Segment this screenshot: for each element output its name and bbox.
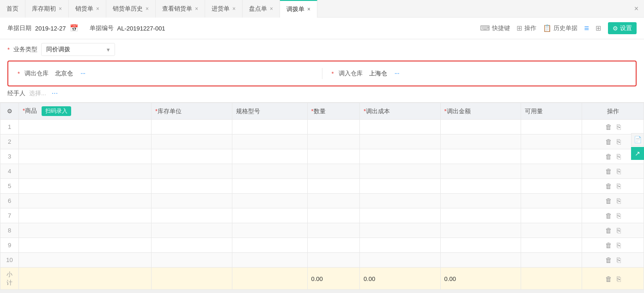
cell-spec[interactable] (232, 164, 307, 179)
delete-row-icon[interactable]: 🗑 (605, 167, 612, 175)
calendar-icon[interactable]: 📅 (70, 24, 79, 32)
cell-cost[interactable] (359, 238, 440, 253)
cell-cost[interactable] (359, 194, 440, 208)
cell-qty[interactable] (307, 164, 359, 179)
cell-amount[interactable] (440, 134, 521, 149)
cell-amount[interactable] (440, 164, 521, 179)
copy-row-icon[interactable]: ⎘ (617, 123, 621, 131)
cell-amount[interactable] (440, 194, 521, 208)
cell-cost[interactable] (359, 134, 440, 149)
tab-purchase-close[interactable]: × (232, 6, 236, 12)
side-expand-button[interactable]: ↗ (631, 147, 644, 160)
cell-cost[interactable] (359, 149, 440, 164)
business-type-select[interactable]: 同价调拨 ▾ (41, 43, 115, 56)
copy-row-icon[interactable]: ⎘ (617, 226, 621, 234)
cell-amount[interactable] (440, 208, 521, 223)
copy-row-icon[interactable]: ⎘ (617, 182, 621, 190)
cell-cost[interactable] (359, 179, 440, 194)
cell-cost[interactable] (359, 223, 440, 238)
bottom-scrollbar[interactable] (0, 289, 644, 293)
cell-spec[interactable] (232, 238, 307, 253)
cell-spec[interactable] (232, 120, 307, 134)
cell-qty[interactable] (307, 134, 359, 149)
cell-amount[interactable] (440, 179, 521, 194)
delete-icon[interactable]: 🗑 (605, 275, 612, 283)
cell-product[interactable] (19, 179, 152, 194)
setting-button[interactable]: ⚙ 设置 (608, 22, 637, 34)
tab-sales-history-close[interactable]: × (146, 6, 149, 12)
cell-spec[interactable] (232, 149, 307, 164)
cell-unit[interactable] (152, 134, 232, 149)
side-doc-button[interactable]: 📄 (631, 133, 644, 146)
cell-product[interactable] (19, 194, 152, 208)
cell-available[interactable] (521, 238, 582, 253)
delete-row-icon[interactable]: 🗑 (605, 123, 612, 131)
cell-available[interactable] (521, 179, 582, 194)
cell-available[interactable] (521, 134, 582, 149)
cell-product[interactable] (19, 164, 152, 179)
cell-product[interactable] (19, 238, 152, 253)
warehouse-out-more-button[interactable]: ··· (80, 69, 85, 78)
delete-row-icon[interactable]: 🗑 (605, 138, 612, 146)
copy-row-icon[interactable]: ⎘ (617, 197, 621, 205)
cell-qty[interactable] (307, 149, 359, 164)
cell-unit[interactable] (152, 238, 232, 253)
cell-unit[interactable] (152, 149, 232, 164)
cell-amount[interactable] (440, 223, 521, 238)
cell-unit[interactable] (152, 208, 232, 223)
tab-view-sales[interactable]: 查看销货单 × (156, 0, 205, 18)
cell-amount[interactable] (440, 238, 521, 253)
cell-available[interactable] (521, 149, 582, 164)
cell-cost[interactable] (359, 208, 440, 223)
cell-spec[interactable] (232, 223, 307, 238)
tab-close-all-button[interactable]: × (629, 5, 644, 13)
cell-spec[interactable] (232, 208, 307, 223)
delete-row-icon[interactable]: 🗑 (605, 197, 612, 205)
warehouse-in-more-button[interactable]: ··· (395, 69, 399, 78)
scan-entry-button[interactable]: 扫码录入 (42, 106, 71, 116)
copy-row-icon[interactable]: ⎘ (617, 212, 621, 220)
cell-amount[interactable] (440, 149, 521, 164)
copy-row-icon[interactable]: ⎘ (617, 167, 621, 175)
delete-row-icon[interactable]: 🗑 (605, 153, 612, 160)
cell-available[interactable] (521, 253, 582, 268)
cell-product[interactable] (19, 120, 152, 134)
cell-qty[interactable] (307, 253, 359, 268)
tab-sales-order[interactable]: 销货单 × (69, 0, 106, 18)
layout2-icon[interactable]: ⊞ (595, 24, 601, 32)
tab-stocktake[interactable]: 盘点单 × (243, 0, 280, 18)
copy-row-icon[interactable]: ⎘ (617, 138, 621, 146)
cell-available[interactable] (521, 194, 582, 208)
operate-action[interactable]: ⊞ 操作 (516, 24, 536, 32)
cell-qty[interactable] (307, 238, 359, 253)
cell-qty[interactable] (307, 120, 359, 134)
cell-available[interactable] (521, 120, 582, 134)
cell-amount[interactable] (440, 253, 521, 268)
cell-unit[interactable] (152, 179, 232, 194)
cell-cost[interactable] (359, 120, 440, 134)
cell-available[interactable] (521, 208, 582, 223)
delete-row-icon[interactable]: 🗑 (605, 241, 612, 249)
cell-qty[interactable] (307, 208, 359, 223)
tab-transfer-close[interactable]: × (307, 6, 310, 12)
cell-qty[interactable] (307, 223, 359, 238)
shortcut-action[interactable]: ⌨ 快捷键 (480, 24, 510, 32)
cell-unit[interactable] (152, 253, 232, 268)
cell-spec[interactable] (232, 179, 307, 194)
layout1-icon[interactable]: ≡ (584, 24, 589, 33)
warehouse-out-value[interactable]: 北京仓 (55, 69, 73, 78)
agent-more-button[interactable]: ··· (52, 89, 58, 98)
cell-cost[interactable] (359, 253, 440, 268)
tab-transfer[interactable]: 调拨单 × (280, 0, 317, 18)
copy-row-icon[interactable]: ⎘ (617, 256, 621, 264)
tab-inventory-init[interactable]: 库存期初 × (25, 0, 69, 18)
cell-spec[interactable] (232, 194, 307, 208)
cell-product[interactable] (19, 253, 152, 268)
th-gear[interactable]: ⚙ (0, 103, 19, 120)
copy-row-icon[interactable]: ⎘ (617, 241, 621, 249)
cell-product[interactable] (19, 149, 152, 164)
tab-stocktake-close[interactable]: × (270, 6, 273, 12)
cell-unit[interactable] (152, 223, 232, 238)
tab-view-sales-close[interactable]: × (195, 6, 198, 12)
cell-unit[interactable] (152, 194, 232, 208)
